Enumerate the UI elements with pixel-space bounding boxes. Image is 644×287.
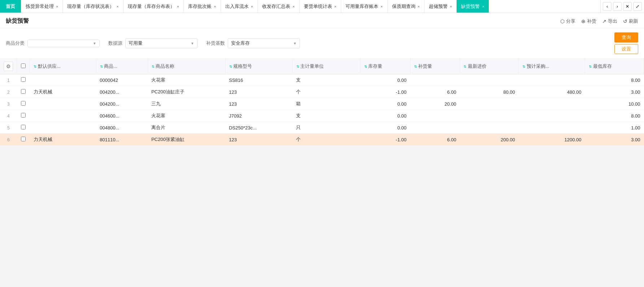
col-estimated-purchase-header: ⇅ 预计采购... xyxy=(519,59,585,74)
row-checkbox[interactable] xyxy=(21,125,26,129)
filter-restock-basis-label: 补货基数 xyxy=(206,40,225,47)
row-gear-cell: 3 xyxy=(0,98,17,110)
tab-inout-flow[interactable]: 出入库流水 × xyxy=(221,0,258,13)
tab-demand-stats-close[interactable]: × xyxy=(334,4,336,9)
tab-inventory-dist[interactable]: 现存量（库存分布表） × xyxy=(123,0,184,13)
refresh-button[interactable]: ↺ 刷新 xyxy=(623,18,638,25)
row-supplier-cell xyxy=(30,74,96,86)
tab-receive-summary[interactable]: 收发存汇总表 × xyxy=(258,0,299,13)
share-label: 分享 xyxy=(566,18,575,25)
table-row: 6 力天机械 801110... PC200张紧油缸 123 个 -1.00 6… xyxy=(0,134,644,146)
tab-overstock-close[interactable]: × xyxy=(450,4,452,9)
row-checkbox[interactable] xyxy=(21,89,26,94)
tab-home[interactable]: 首页 xyxy=(0,0,21,13)
tab-expiry-query-label: 保质期查询 xyxy=(392,3,415,10)
tab-receive-summary-label: 收发存汇总表 xyxy=(262,3,290,10)
col-restock-qty-header: ⇅ 补货量 xyxy=(410,59,460,74)
tab-overstock[interactable]: 超储预警 × xyxy=(425,0,457,13)
row-gear-cell: 1 xyxy=(0,74,17,86)
row-product-name-cell: PC200张紧油缸 xyxy=(148,134,225,146)
tab-close-button[interactable]: ✕ xyxy=(623,2,632,11)
tab-available-ledger-close[interactable]: × xyxy=(380,4,383,9)
export-button[interactable]: ↗ 导出 xyxy=(602,18,617,25)
tab-prev-button[interactable]: ‹ xyxy=(603,2,612,11)
tab-inventory-status-close[interactable]: × xyxy=(116,4,118,9)
filter-bar: 商品分类 ▼ 数据源 可用量 ▼ 补货基数 安全库存 ▼ 查询 设置 xyxy=(0,28,644,59)
row-restock-qty-cell: 6.00 xyxy=(410,86,460,98)
filter-datasource-select[interactable]: 可用量 ▼ xyxy=(125,38,197,48)
tab-bar: 首页 拣货异常处理 × 现存量（库存状况表） × 现存量（库存分布表） × 库存… xyxy=(0,0,644,13)
col-restock-qty-sort-icon: ⇅ xyxy=(414,65,417,69)
page-title: 缺货预警 xyxy=(6,17,29,25)
col-min-stock-sort-icon: ⇅ xyxy=(589,65,592,69)
row-gear-cell: 2 xyxy=(0,86,17,98)
row-checkbox[interactable] xyxy=(21,77,26,82)
row-product-name-cell: 三九 xyxy=(148,98,225,110)
row-checkbox[interactable] xyxy=(21,137,26,141)
tab-receive-summary-close[interactable]: × xyxy=(292,4,295,9)
tab-batch-account[interactable]: 库存批次账 × xyxy=(184,0,221,13)
col-latest-price-sort-icon: ⇅ xyxy=(464,65,466,69)
tab-inventory-status[interactable]: 现存量（库存状况表） × xyxy=(63,0,123,13)
tab-exception[interactable]: 拣货异常处理 × xyxy=(21,0,63,13)
tab-available-ledger-label: 可用量库存账本 xyxy=(345,3,378,10)
tab-demand-stats[interactable]: 要货单统计表 × xyxy=(300,0,341,13)
col-product-code-header: ⇅ 商品... xyxy=(96,59,148,74)
row-checkbox-cell xyxy=(17,74,30,86)
row-restock-qty-cell: 20.00 xyxy=(410,98,460,110)
tab-next-button[interactable]: › xyxy=(613,2,622,11)
row-latest-price-cell: 200.00 xyxy=(460,134,519,146)
row-product-code-cell: 004200... xyxy=(96,98,148,110)
row-min-stock-cell: 3.00 xyxy=(585,86,644,98)
row-checkbox[interactable] xyxy=(21,101,26,106)
tab-inout-flow-label: 出入库流水 xyxy=(225,3,249,10)
col-product-name-header: ⇅ 商品名称 xyxy=(148,59,225,74)
tab-available-ledger[interactable]: 可用量库存账本 × xyxy=(341,0,387,13)
row-restock-qty-cell: 6.00 xyxy=(410,134,460,146)
tab-expand-button[interactable]: ⤢ xyxy=(633,2,642,11)
filter-datasource-group: 数据源 可用量 ▼ xyxy=(108,38,197,48)
restock-icon: ⊕ xyxy=(581,18,586,24)
tab-shortage-close[interactable]: × xyxy=(482,4,484,9)
row-spec-cell: DS250*23c... xyxy=(225,122,292,134)
row-stock-qty-cell: 0.00 xyxy=(360,98,410,110)
row-estimated-purchase-cell: 1200.00 xyxy=(519,134,585,146)
table-row: 3 004200... 三九 123 箱 0.00 20.00 10.00 xyxy=(0,98,644,110)
tab-batch-account-close[interactable]: × xyxy=(214,4,216,9)
row-unit-cell: 箱 xyxy=(292,98,360,110)
row-product-name-cell: 离合片 xyxy=(148,122,225,134)
query-button[interactable]: 查询 xyxy=(614,32,638,43)
settings-button[interactable]: 设置 xyxy=(614,44,638,54)
filter-restock-basis-select[interactable]: 安全库存 ▼ xyxy=(228,38,300,48)
row-supplier-cell xyxy=(30,110,96,122)
row-checkbox[interactable] xyxy=(21,113,26,118)
row-product-name-cell: 火花塞 xyxy=(148,110,225,122)
row-gear-cell: 6 xyxy=(0,134,17,146)
col-min-stock-label: 最低库存 xyxy=(593,63,612,69)
row-product-name-cell: 火花塞 xyxy=(148,74,225,86)
header-actions: ⬡ 分享 ⊕ 补货 ↗ 导出 ↺ 刷新 xyxy=(560,18,638,25)
row-min-stock-cell: 8.00 xyxy=(585,110,644,122)
row-stock-qty-cell: 0.00 xyxy=(360,110,410,122)
tab-expiry-query-close[interactable]: × xyxy=(418,4,420,9)
filter-category-select[interactable]: ▼ xyxy=(27,40,100,47)
tab-nav-buttons: ‹ › ✕ ⤢ xyxy=(600,0,644,13)
tab-shortage[interactable]: 缺货预警 × xyxy=(457,0,489,13)
export-label: 导出 xyxy=(608,18,617,25)
gear-settings-button[interactable]: ⚙ xyxy=(4,62,13,71)
tab-inventory-dist-close[interactable]: × xyxy=(177,4,179,9)
col-unit-label: 主计量单位 xyxy=(300,63,324,69)
filter-restock-basis-value: 安全库存 xyxy=(231,40,250,47)
select-all-checkbox[interactable] xyxy=(21,63,26,68)
tab-exception-close[interactable]: × xyxy=(56,4,58,9)
share-button[interactable]: ⬡ 分享 xyxy=(560,18,575,25)
tab-expiry-query[interactable]: 保质期查询 × xyxy=(388,0,425,13)
filter-datasource-label: 数据源 xyxy=(108,40,122,47)
restock-button[interactable]: ⊕ 补货 xyxy=(581,18,596,25)
table-header-row: ⚙ ⇅ 默认供应... ⇅ 商品... ⇅ 商品名称 xyxy=(0,59,644,74)
row-min-stock-cell: 10.00 xyxy=(585,98,644,110)
tab-inout-flow-close[interactable]: × xyxy=(251,4,253,9)
row-gear-cell: 4 xyxy=(0,110,17,122)
row-checkbox-cell xyxy=(17,110,30,122)
row-unit-cell: 支 xyxy=(292,74,360,86)
